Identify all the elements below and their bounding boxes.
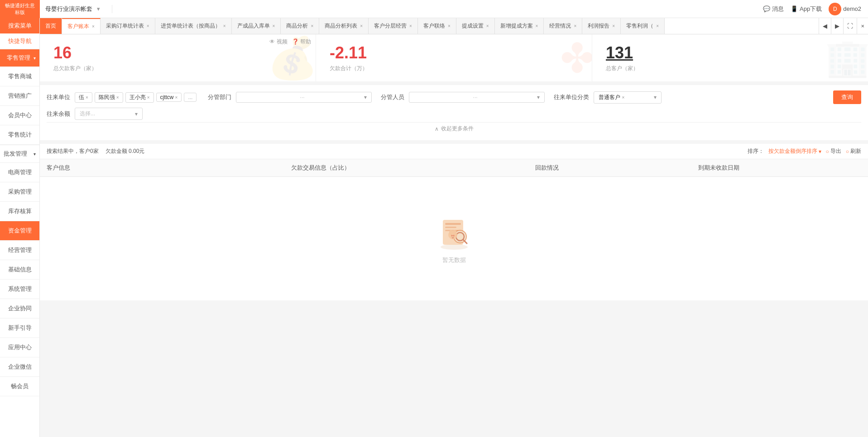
export-button[interactable]: ○ 导出 — [826, 147, 841, 155]
sidebar-item-enterprise-wechat[interactable]: 企业微信 — [0, 357, 39, 377]
user-profile-button[interactable]: D demo2 — [829, 3, 861, 15]
sidebar-item-purchase[interactable]: 采购管理 — [0, 182, 39, 202]
sidebar-search[interactable]: 搜索菜单 — [0, 18, 39, 33]
tab-close-customer-segment[interactable]: × — [409, 24, 412, 28]
tab-close-customers[interactable]: × — [92, 24, 95, 29]
sidebar-item-basic-info[interactable]: 基础信息 — [0, 260, 39, 280]
sidebar-item-finance[interactable]: 资金管理 — [0, 221, 39, 241]
tab-customers[interactable]: 客户账本 × — [62, 18, 101, 34]
tab-close-reminder-settings[interactable]: × — [486, 24, 489, 28]
tab-new-reminder-plan[interactable]: 新增提成方案 × — [495, 18, 544, 34]
refresh-icon: ○ — [846, 148, 849, 155]
remove-tag-chen[interactable]: × — [116, 95, 119, 100]
tab-customer-segment[interactable]: 客户分层经营 × — [369, 18, 418, 34]
tab-close-business-status[interactable]: × — [574, 24, 576, 28]
stat-value-all-customers: 131 — [606, 43, 854, 62]
query-button[interactable]: 查询 — [833, 90, 861, 104]
avatar: D — [829, 3, 841, 15]
chevron-down-icon: ▾ — [135, 111, 138, 117]
filter-unit-class-select[interactable]: 普通客户 × ▾ — [594, 91, 662, 104]
collapse-more-btn[interactable]: ∧ 收起更多条件 — [47, 122, 861, 135]
stat-label-all-customers: 总客户（家） — [606, 65, 854, 72]
remove-tag-wu[interactable]: × — [86, 95, 88, 100]
tab-close-all-button[interactable]: × — [857, 18, 868, 34]
empty-text: 暂无数据 — [442, 256, 466, 264]
tab-close-stock-stats[interactable]: × — [223, 24, 226, 28]
filter-more-tags-btn[interactable]: ... — [184, 93, 197, 102]
sidebar-item-operations[interactable]: 经营管理 — [0, 241, 39, 260]
sidebar-item-members[interactable]: 会员中心 — [0, 106, 39, 125]
dept-more-dots: ··· — [300, 94, 305, 100]
filter-tag-cjttcw[interactable]: cjttcw × — [156, 93, 182, 102]
tab-close-profit-report[interactable]: × — [612, 24, 615, 28]
sort-button[interactable]: 按欠款金额倒序排序 ▾ — [768, 147, 821, 155]
empty-illustration — [434, 213, 475, 254]
tab-close-customer-contact[interactable]: × — [448, 24, 451, 28]
stat-label-total-customers: 总欠款客户（家） — [53, 65, 302, 72]
messages-button[interactable]: 💬 消息 — [763, 5, 784, 13]
col-customer-info: 客户信息 — [47, 164, 291, 172]
sidebar-item-wholesale[interactable]: 批发管理 ▾ — [0, 145, 39, 163]
sidebar-item-inventory[interactable]: 库存核算 — [0, 202, 39, 221]
tab-close-new-reminder-plan[interactable]: × — [536, 24, 538, 28]
filter-tag-wu[interactable]: 伍 × — [75, 92, 92, 103]
tab-production-in[interactable]: 产成品入库单 × — [232, 18, 281, 34]
video-link[interactable]: 👁 视频 — [269, 38, 287, 46]
sidebar-item-retail-stats[interactable]: 零售统计 — [0, 125, 39, 145]
refresh-button[interactable]: ○ 刷新 — [846, 147, 861, 155]
tab-home[interactable]: 首页 — [40, 18, 62, 34]
remove-tag-normal-customer[interactable]: × — [622, 95, 624, 100]
quick-nav[interactable]: 快捷导航 — [0, 33, 39, 49]
sidebar-item-system[interactable]: 系统管理 — [0, 280, 39, 299]
tab-profit-report[interactable]: 利润报告 × — [582, 18, 621, 34]
filter-person-select[interactable]: ··· ▾ — [409, 92, 545, 103]
tab-purchase-orders[interactable]: 采购订单统计表 × — [101, 18, 155, 34]
filter-remainder-select[interactable]: 选择... ▾ — [75, 108, 143, 120]
sidebar-item-retail-shop[interactable]: 零售商城 — [0, 67, 39, 86]
tab-stock-stats[interactable]: 进货单统计表（按商品） × — [155, 18, 232, 34]
sidebar-item-ecommerce[interactable]: 电商管理 — [0, 163, 39, 182]
store-selector[interactable]: 母婴行业演示帐套 ▾ — [40, 5, 112, 13]
sort-label: 排序： — [748, 147, 764, 155]
filter-tag-chen[interactable]: 陈民强 × — [95, 92, 123, 103]
sidebar-item-app-center[interactable]: 应用中心 — [0, 338, 39, 357]
chevron-down-icon: ▾ — [34, 152, 36, 157]
tab-close-retail-profit[interactable]: × — [656, 24, 659, 28]
sidebar-item-retail[interactable]: 零售管理 ▾ — [0, 49, 39, 67]
chevron-down-icon: ▾ — [537, 94, 540, 100]
filter-tag-wang[interactable]: 王小亮 × — [125, 92, 154, 103]
tab-close-production-in[interactable]: × — [273, 24, 275, 28]
tab-product-analysis[interactable]: 商品分析 × — [281, 18, 319, 34]
tab-prev-button[interactable]: ◀ — [819, 18, 831, 34]
tab-product-analysis-list[interactable]: 商品分析列表 × — [319, 18, 369, 34]
tab-reminder-settings[interactable]: 提成设置 × — [456, 18, 495, 34]
sidebar-item-new-user[interactable]: 新手引导 — [0, 318, 39, 338]
remove-tag-wang[interactable]: × — [147, 95, 150, 100]
svg-point-9 — [449, 230, 453, 235]
help-link[interactable]: ❓ 帮助 — [292, 38, 311, 46]
tab-close-product-analysis-list[interactable]: × — [360, 24, 363, 28]
stat-value-total-debt: -2.11 — [330, 43, 578, 62]
tab-close-product-analysis[interactable]: × — [311, 24, 313, 28]
stat-card-total-customers: 💰 👁 视频 ❓ 帮助 16 总欠款客户（家） — [40, 34, 316, 81]
result-debt: 欠款金额 0.00元 — [106, 147, 145, 155]
bell-icon: 💬 — [763, 5, 770, 12]
filter-tag-normal-customer[interactable]: 普通客户 × — [599, 94, 624, 101]
remove-tag-cjttcw[interactable]: × — [175, 95, 178, 100]
tab-retail-profit[interactable]: 零售利润（ × — [621, 18, 665, 34]
stat-value-total-customers: 16 — [53, 43, 302, 62]
svg-rect-3 — [445, 227, 456, 228]
sidebar-item-vip[interactable]: 畅会员 — [0, 377, 39, 396]
tab-next-button[interactable]: ▶ — [831, 18, 843, 34]
app-download-button[interactable]: 📱 App下载 — [791, 5, 822, 13]
tab-business-status[interactable]: 经营情况 × — [544, 18, 582, 34]
filter-dept-select[interactable]: ··· ▾ — [236, 92, 372, 103]
tab-close-purchase-orders[interactable]: × — [147, 24, 149, 28]
filter-person-label: 分管人员 — [381, 93, 404, 101]
filter-company-label: 往来单位 — [47, 93, 70, 101]
tab-maximize-button[interactable]: ⛶ — [843, 18, 857, 34]
tab-customer-contact[interactable]: 客户联络 × — [418, 18, 456, 34]
sort-area: 排序： 按欠款金额倒序排序 ▾ ○ 导出 ○ 刷新 — [748, 147, 862, 155]
sidebar-item-enterprise-coop[interactable]: 企业协同 — [0, 299, 39, 318]
sidebar-item-marketing[interactable]: 营销推广 — [0, 86, 39, 106]
